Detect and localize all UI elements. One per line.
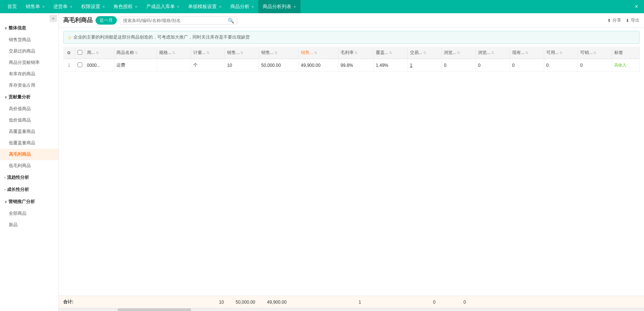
sidebar-item-high-coverage[interactable]: 高覆盖量商品 [0, 126, 58, 137]
sidebar-item-sales-goods[interactable]: 销售货商品 [0, 34, 58, 46]
scrollbar-thumb[interactable] [118, 308, 191, 311]
nav-tab-analysis[interactable]: 商品分析 × [226, 0, 258, 13]
sidebar-item-low-value[interactable]: 低价值商品 [0, 115, 58, 126]
sidebar-group-marketing[interactable]: ∨ 营销推广分析 [0, 196, 58, 208]
col-spec[interactable]: 规格... ⇅ [156, 47, 191, 59]
nav-tab-permissions[interactable]: 权限设置 × [77, 0, 109, 13]
footer-trade: 1 [359, 300, 361, 305]
export-button[interactable]: ⬇ 导出 [626, 17, 640, 23]
nav-tab-analysis-list[interactable]: 商品分析列表 × [258, 0, 300, 13]
col-tag[interactable]: 标签 [612, 47, 640, 59]
sidebar-item-contribution-rate[interactable]: 商品分贡献销率 [0, 57, 58, 68]
footer-sales-qty: 10 [219, 300, 224, 305]
sort-icon: ⇅ [240, 51, 243, 55]
chevron-down-icon: ∨ [4, 26, 7, 30]
table-row: 1 0000... 运费 个 10 50,000.00 49,900.00 99 [63, 59, 640, 72]
col-browse1[interactable]: 浏览... ⇅ [442, 47, 476, 59]
col-name[interactable]: 商品名称 ⇅ [114, 47, 156, 59]
col-sales-cost[interactable]: 销售... ⇅ [299, 47, 338, 59]
row-stock-sell: 0 [578, 59, 612, 72]
share-button[interactable]: ⬆ 分享 [607, 17, 621, 23]
col-trade[interactable]: 交易... ⇅ [407, 47, 442, 59]
row-checkbox-cell[interactable] [75, 59, 84, 72]
sidebar-item-stock-capital[interactable]: 库存资金占用 [0, 80, 58, 91]
sidebar-item-high-value[interactable]: 高价值商品 [0, 103, 58, 115]
select-all-checkbox[interactable] [78, 50, 82, 55]
nav-tab-purchase[interactable]: 进货单 × [49, 0, 76, 13]
row-checkbox[interactable] [78, 62, 82, 67]
row-index: 1 [63, 59, 75, 72]
info-text: 企业的主要的利润都是这部分商品创造的，可考虑加大推广，同时关注库存是不要出现缺货 [73, 34, 250, 40]
sidebar-item-traded-goods[interactable]: 交易过的商品 [0, 46, 58, 57]
col-stock-avail[interactable]: 可用... ⇅ [544, 47, 578, 59]
group-label: 贡献量分析 [8, 94, 30, 100]
sort-icon: ⇅ [423, 51, 426, 55]
sidebar-item-in-stock[interactable]: 有库存的商品 [0, 68, 58, 80]
group-label: 成长性分析 [7, 187, 29, 193]
search-icon[interactable]: 🔍 [228, 18, 234, 23]
nav-tab-label: 首页 [7, 3, 17, 10]
close-icon[interactable]: × [135, 4, 137, 9]
col-code[interactable]: 商... ⇅ [84, 47, 114, 59]
sort-icon: ⇅ [457, 51, 460, 55]
top-nav: 首页 销售单 × 进货单 × 权限设置 × 角色授权 × 产成品入库单 × 单据… [0, 0, 644, 13]
col-gross-rate[interactable]: 毛利率 ⇅ [338, 47, 374, 59]
sidebar-group-growth[interactable]: › 成长性分析 [0, 184, 58, 196]
col-index: ⚙ [63, 47, 75, 59]
sidebar: « ∨ 整体信息 销售货商品 交易过的商品 商品分贡献销率 有库存的商品 库存资… [0, 13, 59, 311]
footer-bar: 合计: 10 50,000.00 49,900.00 1 0 0 [59, 296, 644, 308]
col-coverage[interactable]: 覆盖... ⇅ [373, 47, 407, 59]
search-box: 🔍 [120, 17, 237, 25]
row-sales-cost: 49,900.00 [299, 59, 338, 72]
col-stock-sell[interactable]: 可销... ⇅ [578, 47, 612, 59]
sidebar-group-contribution[interactable]: ∨ 贡献量分析 [0, 91, 58, 103]
row-stock-avail: 0 [544, 59, 578, 72]
sort-icon: ⇅ [491, 51, 494, 55]
close-icon[interactable]: × [294, 4, 296, 9]
col-sales-amt[interactable]: 销售... ⇅ [259, 47, 299, 59]
sidebar-item-high-margin[interactable]: 高毛利商品 [0, 149, 58, 160]
sidebar-group-trend[interactable]: › 流趋性分析 [0, 171, 58, 184]
col-stock-cur[interactable]: 现有... ⇅ [510, 47, 544, 59]
close-icon[interactable]: × [42, 4, 44, 9]
sidebar-item-all-goods[interactable]: 全部商品 [0, 208, 58, 219]
nav-tab-sales[interactable]: 销售单 × [21, 0, 49, 13]
close-icon[interactable]: × [177, 4, 179, 9]
close-icon[interactable]: × [102, 4, 105, 9]
row-code: 0000... [84, 59, 114, 72]
close-icon[interactable]: × [70, 4, 72, 9]
sidebar-item-new-goods[interactable]: 新品 [0, 219, 58, 231]
table-container[interactable]: ⚙ 商... ⇅ [63, 47, 640, 296]
nav-tab-roles[interactable]: 角色授权 × [109, 0, 141, 13]
filter-recent-month-button[interactable]: 近一月 [96, 16, 117, 25]
settings-icon[interactable]: ⚙ [67, 50, 71, 55]
content-header: 高毛利商品 近一月 🔍 ⬆ 分享 ⬇ 导出 [59, 13, 644, 28]
row-name: 运费 [114, 59, 156, 72]
data-table: ⚙ 商... ⇅ [63, 47, 640, 72]
info-icon: ◇ [68, 35, 71, 40]
close-icon[interactable]: × [219, 4, 221, 9]
row-trade[interactable]: 1 [407, 59, 442, 72]
nav-tab-inbound[interactable]: 产成品入库单 × [142, 0, 184, 13]
close-icon[interactable]: × [252, 4, 254, 9]
close-all-button[interactable]: × [632, 3, 641, 10]
chevron-down-icon: ∨ [4, 95, 7, 99]
sort-icon: ⇅ [314, 51, 317, 55]
row-sales-amt: 50,000.00 [259, 59, 299, 72]
search-input[interactable] [123, 18, 228, 23]
footer-stock-cur: 0 [433, 300, 436, 305]
sidebar-item-low-margin[interactable]: 低毛利商品 [0, 160, 58, 171]
header-actions: ⬆ 分享 ⬇ 导出 [607, 17, 640, 23]
sidebar-group-overall[interactable]: ∨ 整体信息 [0, 22, 58, 34]
col-browse2[interactable]: 浏览... ⇅ [476, 47, 510, 59]
collapse-button[interactable]: « [50, 15, 57, 22]
page-title: 高毛利商品 [63, 17, 93, 24]
horizontal-scrollbar[interactable] [59, 308, 644, 311]
nav-tab-home[interactable]: 首页 [3, 0, 21, 13]
share-icon: ⬆ [607, 18, 611, 23]
sidebar-item-low-coverage[interactable]: 低覆盖量商品 [0, 137, 58, 149]
col-sales-qty[interactable]: 销售... ⇅ [225, 47, 259, 59]
footer-sales-amt: 50,000.00 [235, 300, 255, 305]
col-unit[interactable]: 计量... ⇅ [191, 47, 225, 59]
nav-tab-template[interactable]: 单据模板设置 × [184, 0, 226, 13]
